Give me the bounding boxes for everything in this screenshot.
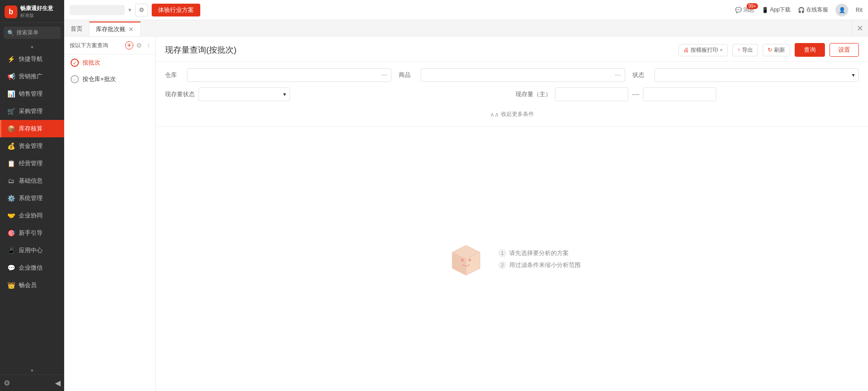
print-icon: 🖨 [683, 47, 689, 53]
user-avatar[interactable]: 👤 [835, 4, 848, 16]
export-btn[interactable]: ↑ 导出 [732, 44, 758, 56]
empty-state: 1 请先选择要分析的方案 2 用过滤条件来缩小分析范围 [156, 127, 868, 391]
warehouse-input[interactable]: ··· [187, 68, 391, 82]
svg-point-5 [468, 259, 471, 261]
scheme-label-warehouse-batch: 按仓库+批次 [82, 75, 116, 83]
inventory-qty-to[interactable] [643, 87, 716, 101]
enterprise-icon: 🤝 [7, 212, 15, 220]
query-button[interactable]: 查询 [795, 43, 825, 57]
topbar-search-input[interactable] [70, 5, 125, 15]
settings-icon[interactable]: ⚙ [4, 379, 10, 387]
phone-icon: 📱 [762, 7, 769, 13]
inventory-qty-from[interactable] [555, 87, 628, 101]
filter-area: 仓库 ··· 商品 ··· 状态 [156, 62, 868, 127]
left-panel-header: 按以下方案查询 + ⚙ 《 [64, 37, 155, 54]
sidebar-item-newbie[interactable]: 🎯 新手引导 [0, 224, 64, 242]
inventory-qty-filter-group: 现存量（主） — [516, 87, 859, 101]
app-center-icon: 📱 [7, 246, 15, 255]
scheme-icon-batch: ✓ [71, 59, 79, 67]
tab-inventory-batch[interactable]: 库存批次账 ✕ [89, 22, 141, 36]
topbar-chevron-icon[interactable]: ▾ [128, 6, 132, 13]
app-logo: b [5, 5, 17, 18]
scheme-item-warehouse-batch[interactable]: ○ 按仓库+批次 [64, 71, 155, 87]
inventory-status-select[interactable]: ▾ [198, 87, 290, 101]
scheme-icon-warehouse-batch: ○ [71, 75, 79, 83]
sidebar-item-label: 基础信息 [19, 177, 43, 185]
sales-icon: 📊 [7, 90, 15, 98]
warehouse-label: 仓库 [165, 71, 183, 79]
sidebar-item-basics[interactable]: 🗂 基础信息 [0, 172, 64, 190]
sidebar-item-app-center[interactable]: 📱 应用中心 [0, 242, 64, 259]
avatar-icon: 👤 [839, 7, 846, 13]
sidebar-item-inventory[interactable]: 📦 库存核算 [0, 120, 64, 137]
print-btn[interactable]: 🖨 按模板打印 ▾ [678, 44, 728, 56]
service-label: 在线客服 [806, 6, 828, 14]
sidebar-search[interactable]: 🔍 搜索菜单 [4, 27, 60, 39]
scroll-down[interactable]: ▼ [0, 367, 64, 375]
refresh-btn[interactable]: ↻ 刷新 [763, 44, 790, 56]
search-label: 搜索菜单 [16, 29, 38, 37]
collapse-sidebar-icon[interactable]: ◀ [55, 379, 60, 387]
scheme-item-batch[interactable]: ✓ 按批次 [64, 54, 155, 71]
topbar-right: 💬 消息 99+ 📱 App下载 🎧 在线客服 👤 Rit [735, 4, 863, 16]
search-icon: 🔍 [7, 30, 14, 36]
page-header: 现存量查询(按批次) 🖨 按模板打印 ▾ ↑ 导出 ↻ 刷新 [156, 37, 868, 62]
setup-button[interactable]: 设置 [830, 43, 859, 57]
sidebar-item-operations[interactable]: 📋 经营管理 [0, 155, 64, 172]
sidebar-item-label: 经营管理 [19, 159, 43, 168]
tab-bar: 首页 库存批次账 ✕ [64, 20, 868, 37]
empty-tip-1: 1 请先选择要分析的方案 [498, 249, 581, 257]
edition-label: 标准版 [20, 12, 53, 19]
messages-btn[interactable]: 💬 消息 99+ [735, 6, 754, 14]
settings-gear-icon: ⚙ [139, 6, 144, 13]
topbar-settings-btn[interactable]: ⚙ [135, 4, 148, 16]
sidebar-item-label: 企业微信 [19, 264, 43, 272]
app-label: App下载 [770, 6, 791, 14]
close-panel-btn[interactable]: ✕ [852, 20, 868, 37]
product-input[interactable]: ··· [421, 68, 625, 82]
scroll-up[interactable]: ▲ [0, 43, 64, 50]
right-panel: 现存量查询(按批次) 🖨 按模板打印 ▾ ↑ 导出 ↻ 刷新 [156, 37, 868, 391]
filter-collapse-btn[interactable]: ∧∧ 收起更多条件 [165, 107, 859, 120]
app-download-btn[interactable]: 📱 App下载 [762, 6, 791, 14]
sidebar-item-marketing[interactable]: 📢 营销推广 [0, 68, 64, 85]
warehouse-dots[interactable]: ··· [381, 71, 387, 79]
inventory-status-label: 现存量状态 [165, 90, 195, 98]
sidebar-item-label: 资金管理 [19, 142, 43, 150]
product-dots[interactable]: ··· [615, 71, 621, 79]
sidebar-title-block: 畅康通好生意 标准版 [20, 5, 53, 19]
scheme-settings-icon[interactable]: ⚙ [136, 42, 142, 49]
user-name[interactable]: Rit [856, 7, 863, 13]
sidebar-item-purchase[interactable]: 🛒 采购管理 [0, 103, 64, 120]
sidebar-item-label: 新手引导 [19, 229, 43, 237]
sidebar-item-enterprise-wechat[interactable]: 💬 企业微信 [0, 259, 64, 277]
product-filter-group: 商品 ··· [399, 68, 625, 82]
tab-home[interactable]: 首页 [64, 22, 89, 36]
collapse-up-icon: ∧∧ [490, 111, 499, 118]
sidebar-item-vip[interactable]: 👑 畅会员 [0, 277, 64, 294]
quick-nav-icon: ⚡ [7, 55, 15, 63]
sidebar-item-label: 销售管理 [19, 90, 43, 98]
service-btn[interactable]: 🎧 在线客服 [798, 6, 828, 14]
marketing-icon: 📢 [7, 72, 15, 81]
sidebar-item-finance[interactable]: 💰 资金管理 [0, 137, 64, 155]
collapse-panel-icon[interactable]: 《 [145, 42, 150, 49]
left-panel-header-actions: + ⚙ 《 [125, 41, 150, 49]
left-panel: 按以下方案查询 + ⚙ 《 ✓ 按批次 ○ 按仓库+批次 [64, 37, 156, 391]
add-scheme-icon[interactable]: + [125, 41, 133, 49]
operations-icon: 📋 [7, 159, 15, 168]
tab-close-icon[interactable]: ✕ [128, 26, 134, 33]
sidebar-item-system[interactable]: ⚙️ 系统管理 [0, 190, 64, 207]
export-label: 导出 [742, 46, 753, 54]
sidebar-item-quick-nav[interactable]: ⚡ 快捷导航 [0, 50, 64, 68]
sidebar-item-label: 企业协同 [19, 212, 43, 220]
sidebar-item-label: 营销推广 [19, 72, 43, 81]
scheme-label-batch: 按批次 [82, 59, 100, 67]
sidebar-item-enterprise[interactable]: 🤝 企业协同 [0, 207, 64, 224]
trial-btn[interactable]: 体验行业方案 [152, 4, 200, 16]
status-select[interactable]: ▾ [654, 68, 859, 82]
sidebar-item-sales[interactable]: 📊 销售管理 [0, 85, 64, 103]
company-name: 畅康通好生意 [20, 5, 53, 12]
empty-illustration [443, 236, 489, 282]
tip-num-1: 1 [498, 249, 506, 257]
